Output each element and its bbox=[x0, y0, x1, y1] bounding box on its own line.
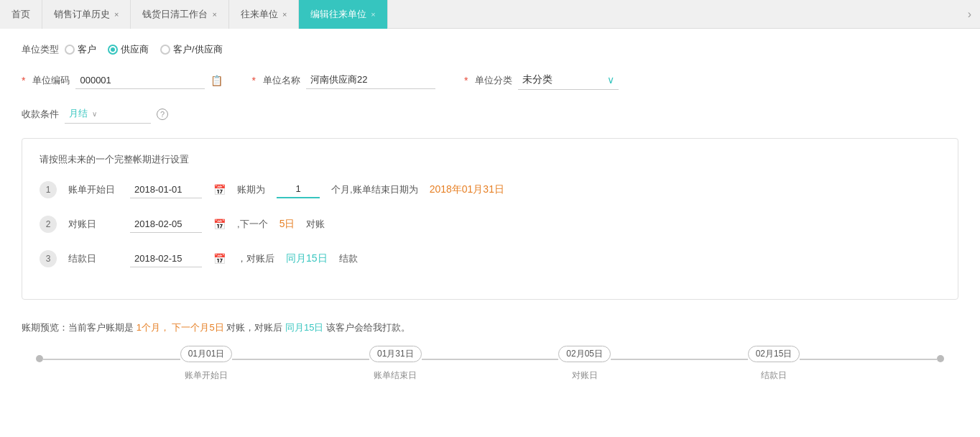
timeline-start-dot bbox=[36, 355, 43, 362]
step-number-3: 3 bbox=[40, 250, 57, 267]
unit-type-group: 单位类型 客户 供应商 客户/供应商 bbox=[22, 43, 223, 56]
unit-category-select[interactable]: 未分类 ∨ bbox=[518, 70, 619, 90]
close-cashwork-icon[interactable]: × bbox=[212, 10, 216, 19]
step-2-desc-prefix: ,下一个 bbox=[237, 218, 268, 231]
close-edit-partner-icon[interactable]: × bbox=[371, 10, 375, 19]
unit-name-label: 单位名称 bbox=[263, 74, 300, 87]
tab-bar: 首页 销售订单历史 × 钱货日清工作台 × 往来单位 × 编辑往来单位 × › bbox=[0, 0, 980, 29]
unit-name-required: * bbox=[251, 75, 255, 86]
preview-part1: 1个月， bbox=[137, 322, 170, 333]
tab-partner[interactable]: 往来单位 × bbox=[229, 0, 299, 29]
step-3-cal-icon[interactable]: 📅 bbox=[213, 253, 226, 264]
radio-group: 客户 供应商 客户/供应商 bbox=[65, 43, 223, 56]
timeline-label-1: 账单开始日 bbox=[185, 369, 228, 382]
radio-customer-circle bbox=[65, 45, 75, 55]
unit-category-required: * bbox=[464, 75, 468, 86]
payment-condition-row: 收款条件 月结 ∨ ? bbox=[22, 104, 958, 124]
preview-text: 账期预览：当前客户账期是 1个月， 下一个月5日 对账，对账后 同月15日 该客… bbox=[22, 321, 958, 334]
step-1-cal-icon[interactable]: 📅 bbox=[213, 184, 226, 196]
step-label-2: 对账日 bbox=[68, 218, 119, 231]
step-date-input-2[interactable] bbox=[130, 216, 202, 233]
timeline-node-1: 01月01日 账单开始日 bbox=[180, 346, 233, 382]
tab-sales-history[interactable]: 销售订单历史 × bbox=[42, 0, 131, 29]
tab-cashwork-label: 钱货日清工作台 bbox=[142, 8, 208, 21]
tab-edit-partner-label: 编辑往来单位 bbox=[310, 8, 366, 21]
unit-type-row: 单位类型 客户 供应商 客户/供应商 bbox=[22, 43, 958, 56]
unit-name-input[interactable] bbox=[306, 72, 435, 89]
payment-condition-group: 收款条件 月结 ∨ ? bbox=[22, 104, 168, 124]
unit-category-arrow-icon: ∨ bbox=[607, 74, 614, 86]
step-2-cal-icon[interactable]: 📅 bbox=[213, 218, 226, 230]
timeline-node-4: 02月15日 结款日 bbox=[748, 346, 800, 382]
settings-section: 请按照未来的一个完整帐期进行设置 1 账单开始日 📅 账期为 个月,账单结束日期… bbox=[22, 138, 958, 300]
step-row-1: 1 账单开始日 📅 账期为 个月,账单结束日期为 2018年01月31日 bbox=[40, 180, 940, 198]
step-date-input-1[interactable] bbox=[130, 181, 202, 198]
step-period-input[interactable] bbox=[277, 180, 320, 198]
timeline-label-2: 账单结束日 bbox=[374, 369, 417, 382]
unit-type-label: 单位类型 bbox=[22, 43, 59, 56]
radio-both-circle bbox=[160, 45, 170, 55]
preview-middle: 对账，对账后 bbox=[226, 322, 282, 333]
radio-both[interactable]: 客户/供应商 bbox=[160, 43, 223, 56]
step-number-1: 1 bbox=[40, 181, 57, 198]
preview-section: 账期预览：当前客户账期是 1个月， 下一个月5日 对账，对账后 同月15日 该客… bbox=[22, 314, 958, 382]
timeline-end-dot bbox=[937, 355, 944, 362]
payment-condition-label: 收款条件 bbox=[22, 108, 59, 121]
step-label-3: 结款日 bbox=[68, 252, 119, 265]
step-1-desc-before: 账期为 bbox=[237, 183, 265, 196]
timeline-label-3: 对账日 bbox=[572, 369, 598, 382]
tab-edit-partner[interactable]: 编辑往来单位 × bbox=[299, 0, 387, 29]
radio-customer[interactable]: 客户 bbox=[65, 43, 96, 56]
preview-part3: 同月15日 bbox=[285, 322, 323, 333]
radio-supplier-label: 供应商 bbox=[121, 43, 149, 56]
timeline-node-3: 02月05日 对账日 bbox=[558, 346, 611, 382]
tab-sales-history-label: 销售订单历史 bbox=[54, 8, 110, 21]
tab-home-label: 首页 bbox=[11, 8, 30, 21]
timeline-spacer-0 bbox=[43, 359, 180, 360]
timeline-node-2: 01月31日 账单结束日 bbox=[369, 346, 422, 382]
step-date-input-3[interactable] bbox=[130, 250, 202, 267]
timeline-label-4: 结款日 bbox=[761, 369, 787, 382]
unit-code-icon[interactable]: 📋 bbox=[211, 75, 223, 86]
main-content: 单位类型 客户 供应商 客户/供应商 * 单位编码 bbox=[0, 29, 980, 437]
radio-both-label: 客户/供应商 bbox=[173, 43, 223, 56]
step-1-desc-after: 个月,账单结束日期为 bbox=[331, 183, 418, 196]
radio-customer-label: 客户 bbox=[78, 43, 96, 56]
tab-home[interactable]: 首页 bbox=[0, 0, 42, 29]
payment-condition-arrow-icon: ∨ bbox=[92, 110, 97, 118]
unit-code-required: * bbox=[22, 75, 25, 86]
section-title: 请按照未来的一个完整帐期进行设置 bbox=[40, 153, 940, 166]
timeline-date-2: 01月31日 bbox=[369, 346, 422, 362]
step-2-highlight: 5日 bbox=[279, 218, 295, 231]
timeline-spacer-3 bbox=[611, 359, 748, 360]
timeline-spacer-2 bbox=[422, 359, 559, 360]
step-label-1: 账单开始日 bbox=[68, 183, 119, 196]
unit-category-group: * 单位分类 未分类 ∨ bbox=[464, 70, 619, 90]
step-3-desc-prefix: ，对账后 bbox=[237, 252, 274, 265]
unit-category-label: 单位分类 bbox=[475, 74, 512, 87]
close-partner-icon[interactable]: × bbox=[282, 10, 287, 19]
step-number-2: 2 bbox=[40, 216, 57, 233]
timeline-date-3: 02月05日 bbox=[558, 346, 611, 362]
step-3-desc-suffix: 结款 bbox=[339, 252, 358, 265]
preview-part2: 下一个月5日 bbox=[172, 322, 223, 333]
unit-code-input[interactable] bbox=[75, 72, 205, 89]
unit-code-label: 单位编码 bbox=[32, 74, 70, 87]
timeline-spacer-1 bbox=[232, 359, 369, 360]
payment-condition-select[interactable]: 月结 ∨ bbox=[65, 104, 151, 124]
tab-cashwork[interactable]: 钱货日清工作台 × bbox=[131, 0, 228, 29]
preview-label: 账期预览：当前客户账期是 bbox=[22, 322, 134, 333]
step-3-highlight: 同月15日 bbox=[286, 252, 328, 265]
radio-supplier[interactable]: 供应商 bbox=[108, 43, 149, 56]
timeline-date-1: 01月01日 bbox=[180, 346, 233, 362]
step-2-desc-suffix: 对账 bbox=[306, 218, 325, 231]
timeline-spacer-4 bbox=[800, 359, 937, 360]
close-sales-history-icon[interactable]: × bbox=[114, 10, 119, 19]
tab-arrow[interactable]: › bbox=[959, 0, 980, 29]
step-1-end-date: 2018年01月31日 bbox=[430, 183, 504, 196]
unit-code-group: * 单位编码 📋 bbox=[22, 72, 223, 89]
help-icon[interactable]: ? bbox=[157, 109, 168, 120]
unit-name-group: * 单位名称 bbox=[251, 72, 435, 89]
payment-condition-value: 月结 bbox=[69, 107, 88, 120]
timeline-nodes: 01月01日 账单开始日 01月31日 账单结束日 02月05日 对账日 bbox=[36, 346, 944, 382]
